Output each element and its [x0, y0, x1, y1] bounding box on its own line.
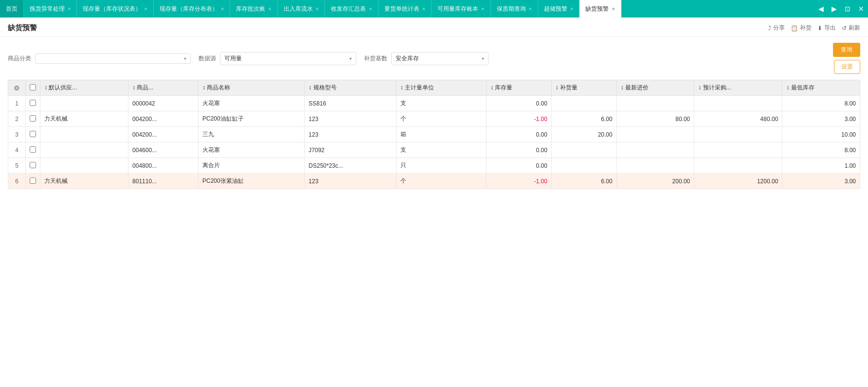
cell-stock: 0.00: [487, 158, 552, 174]
th-min-stock[interactable]: ↕ 最低库存: [782, 80, 860, 96]
cell-name: 三九: [199, 127, 305, 142]
cell-min-stock: 10.00: [782, 127, 860, 142]
datasource-select-value: 可用量: [224, 54, 347, 63]
close-icon[interactable]: ×: [422, 6, 425, 12]
cell-checkbox[interactable]: [26, 158, 40, 174]
tab-order-stats[interactable]: 要货单统计表 ×: [379, 0, 432, 18]
th-latest-price-label: ↕ 最新进价: [621, 84, 649, 91]
th-spec[interactable]: ↕ 规格型号: [305, 80, 396, 96]
settings-button[interactable]: 设置: [834, 60, 860, 74]
category-select[interactable]: ▾: [35, 53, 191, 64]
th-stock[interactable]: ↕ 库存量: [487, 80, 552, 96]
datasource-select[interactable]: 可用量 ▾: [220, 52, 356, 65]
cell-name: PC200张紧油缸: [199, 174, 305, 189]
replenish-base-select[interactable]: 安全库存 ▾: [391, 52, 488, 65]
cell-replenish: [551, 96, 616, 111]
replenish-base-filter: 补货基数 安全库存 ▾: [364, 52, 488, 65]
tab-overstock[interactable]: 超储预警 ×: [538, 0, 579, 18]
gear-icon[interactable]: ⚙: [14, 84, 20, 92]
th-replenish[interactable]: ↕ 补货量: [551, 80, 616, 96]
cell-stock: -1.00: [487, 111, 552, 127]
close-icon[interactable]: ×: [570, 6, 573, 12]
datasource-filter: 数据源 可用量 ▾: [199, 52, 356, 65]
tab-stock-status[interactable]: 现存量（库存状况表） ×: [77, 0, 153, 18]
replenish-base-label: 补货基数: [364, 54, 387, 63]
row-checkbox[interactable]: [30, 146, 36, 153]
close-icon[interactable]: ×: [144, 6, 147, 12]
th-latest-price[interactable]: ↕ 最新进价: [616, 80, 694, 96]
tab-pick-exception[interactable]: 拣货异常处理 ×: [24, 0, 77, 18]
cell-estimated: [694, 142, 782, 158]
th-unit-label: ↕ 主计量单位: [400, 84, 434, 91]
tab-home[interactable]: 首页: [0, 0, 24, 18]
replenish-button[interactable]: 📋 补货: [791, 24, 812, 32]
header-actions: ⤴ 分享 📋 补货 ⬇ 导出 ↺ 刷新: [768, 24, 860, 32]
tab-expiry-query[interactable]: 保质期查询 ×: [491, 0, 538, 18]
row-checkbox[interactable]: [30, 177, 36, 184]
row-checkbox[interactable]: [30, 100, 36, 106]
cell-checkbox[interactable]: [26, 127, 40, 142]
close-icon[interactable]: ×: [481, 6, 484, 12]
refresh-button[interactable]: ↺ 刷新: [842, 24, 860, 32]
cell-replenish: 20.00: [551, 127, 616, 142]
table-container: ⚙ ↕ 默认供应... ↕ 商品... ↕ 商品名称 ↕: [0, 80, 868, 197]
cell-checkbox[interactable]: [26, 96, 40, 111]
row-checkbox[interactable]: [30, 162, 36, 168]
cell-checkbox[interactable]: [26, 111, 40, 127]
th-estimated[interactable]: ↕ 预计采购...: [694, 80, 782, 96]
share-button[interactable]: ⤴ 分享: [768, 24, 785, 32]
th-code[interactable]: ↕ 商品...: [128, 80, 199, 96]
refresh-icon: ↺: [842, 25, 847, 32]
close-icon[interactable]: ×: [316, 6, 319, 12]
th-name[interactable]: ↕ 商品名称: [199, 80, 305, 96]
th-gear[interactable]: ⚙: [8, 80, 26, 96]
nav-next-button[interactable]: ▶: [828, 0, 841, 18]
cell-unit: 只: [396, 158, 486, 174]
tab-receipt-summary-label: 收发存汇总表: [331, 5, 366, 13]
cell-latest-price: [616, 96, 694, 111]
th-checkbox[interactable]: [26, 80, 40, 96]
table-body: 1 0000042 火花塞 SS816 支 0.00 8.00 2 力天机械 0…: [8, 96, 860, 189]
cell-supplier: 力天机械: [40, 174, 128, 189]
tab-inout-flow[interactable]: 出入库流水 ×: [278, 0, 325, 18]
share-icon: ⤴: [768, 25, 771, 32]
tab-stock-dist[interactable]: 现存量（库存分布表） ×: [154, 0, 230, 18]
th-supplier[interactable]: ↕ 默认供应...: [40, 80, 128, 96]
tab-shortage[interactable]: 缺货预警 ×: [579, 0, 621, 18]
table-row: 1 0000042 火花塞 SS816 支 0.00 8.00: [8, 96, 860, 111]
th-unit[interactable]: ↕ 主计量单位: [396, 80, 486, 96]
close-icon[interactable]: ×: [369, 6, 372, 12]
close-icon[interactable]: ×: [612, 6, 615, 12]
cell-checkbox[interactable]: [26, 174, 40, 189]
cell-checkbox[interactable]: [26, 142, 40, 158]
close-icon[interactable]: ×: [221, 6, 224, 12]
query-button[interactable]: 查询: [833, 43, 860, 57]
select-all-checkbox[interactable]: [30, 84, 36, 90]
category-filter: 商品分类 ▾: [8, 53, 191, 64]
row-checkbox[interactable]: [30, 131, 36, 137]
row-checkbox[interactable]: [30, 115, 36, 122]
cell-supplier: [40, 96, 128, 111]
tab-receipt-summary[interactable]: 收发存汇总表 ×: [325, 0, 378, 18]
cell-latest-price: 200.00: [616, 174, 694, 189]
th-stock-label: ↕ 库存量: [490, 84, 512, 91]
nav-restore-button[interactable]: ⊡: [841, 0, 854, 18]
refresh-label: 刷新: [849, 24, 860, 32]
close-icon[interactable]: ×: [268, 6, 271, 12]
tab-available-ledger[interactable]: 可用量库存账本 ×: [432, 0, 490, 18]
cell-min-stock: 8.00: [782, 142, 860, 158]
nav-prev-button[interactable]: ◀: [814, 0, 828, 18]
cell-spec: SS816: [305, 96, 396, 111]
tab-batch-ledger[interactable]: 库存批次账 ×: [230, 0, 277, 18]
cell-name: 离合片: [199, 158, 305, 174]
close-icon[interactable]: ×: [529, 6, 532, 12]
replenish-base-value: 安全库存: [396, 54, 480, 63]
cell-name: 火花塞: [199, 142, 305, 158]
th-replenish-label: ↕ 补货量: [556, 84, 578, 91]
page-title: 缺货预警: [8, 23, 37, 33]
cell-spec: DS250*23c...: [305, 158, 396, 174]
export-button[interactable]: ⬇ 导出: [817, 24, 836, 32]
nav-close-button[interactable]: ✕: [854, 0, 868, 18]
close-icon[interactable]: ×: [68, 6, 71, 12]
category-chevron-icon: ▾: [184, 56, 186, 61]
